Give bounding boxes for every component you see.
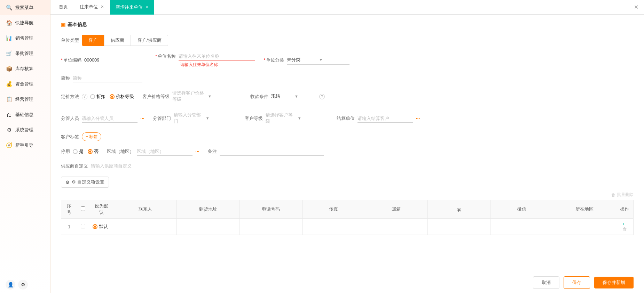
- sidebar-item-quicknav[interactable]: 🏠 快捷导航: [0, 15, 50, 31]
- sidebar-item-operations[interactable]: 📋 经营管理: [0, 92, 50, 107]
- add-tag-btn[interactable]: + 标签: [82, 132, 101, 141]
- batch-delete-btn[interactable]: 🗑 批量删除: [61, 192, 634, 198]
- supervisor-dept-label: 分管部门: [153, 115, 171, 122]
- unit-category-select[interactable]: 未分类 ▼: [287, 55, 350, 65]
- row-select-checkbox[interactable]: [81, 224, 85, 228]
- unit-type-both[interactable]: 客户/供应商: [131, 35, 168, 46]
- gear-icon: ⚙: [65, 180, 70, 185]
- sidebar-item-basic[interactable]: 🗂 基础信息: [0, 107, 50, 122]
- row-region[interactable]: [553, 219, 616, 235]
- disabled-yes-radio[interactable]: [73, 149, 78, 154]
- qq-input[interactable]: [431, 224, 487, 229]
- dept-chevron: ▼: [206, 116, 236, 120]
- supplier-custom-field: 供应商自定义: [61, 162, 160, 170]
- sales-icon: 📊: [6, 35, 13, 42]
- fax-input[interactable]: [306, 224, 361, 229]
- close-all-tabs[interactable]: ✕: [631, 4, 641, 10]
- pricing-method-label: 定价方法: [61, 93, 79, 100]
- cancel-button[interactable]: 取消: [533, 276, 559, 289]
- pricing-level[interactable]: 价格等级: [110, 93, 134, 100]
- unit-code-input[interactable]: [84, 56, 147, 64]
- row-wechat[interactable]: [490, 219, 553, 235]
- payment-help-icon[interactable]: ?: [319, 94, 325, 99]
- pricing-discount[interactable]: 折扣: [90, 93, 105, 100]
- row-seq: 1: [61, 219, 77, 235]
- wechat-input[interactable]: [494, 224, 549, 229]
- delete-row-btn[interactable]: 🗑: [622, 227, 627, 232]
- save-button[interactable]: 保存: [564, 276, 590, 289]
- disabled-no[interactable]: 否: [88, 148, 99, 155]
- basic-icon: 🗂: [6, 111, 13, 118]
- customer-level-select[interactable]: 请选择客户等级 ▼: [266, 111, 328, 126]
- close-add-partner-tab[interactable]: ✕: [146, 5, 149, 9]
- unit-category-field: *单位分类 未分类 ▼: [264, 55, 350, 65]
- tab-partner-list[interactable]: 往来单位 ✕: [74, 0, 109, 15]
- col-wechat: 微信: [490, 200, 553, 219]
- col-action: 操作: [616, 200, 633, 219]
- remark-input[interactable]: [220, 147, 324, 156]
- region-input[interactable]: [137, 147, 193, 156]
- contact-input[interactable]: [118, 224, 173, 229]
- supervisor-dept-select[interactable]: 请输入分管部门 ▼: [174, 111, 236, 126]
- row-address[interactable]: [177, 219, 239, 235]
- table-row: 1 默认: [61, 219, 634, 235]
- pricing-discount-radio[interactable]: [90, 94, 95, 99]
- col-email: 邮箱: [365, 200, 427, 219]
- row-email[interactable]: [365, 219, 427, 235]
- row-fax[interactable]: [302, 219, 365, 235]
- sidebar-item-finance[interactable]: 💰 资金管理: [0, 76, 50, 92]
- supervisor-more-btn[interactable]: ···: [140, 116, 144, 121]
- payment-terms-select[interactable]: 现结 ▼: [271, 92, 316, 101]
- sidebar: 🔍 搜索菜单 🏠 快捷导航 📊 销售管理 🛒 采购管理 📦 库存核算 💰 资金管…: [0, 0, 50, 293]
- sidebar-item-search[interactable]: 🔍 搜索菜单: [0, 0, 50, 15]
- unit-type-customer[interactable]: 客户: [82, 35, 104, 46]
- unit-type-supplier[interactable]: 供应商: [104, 35, 131, 46]
- short-name-input[interactable]: [73, 74, 142, 82]
- category-chevron-icon: ▼: [319, 58, 350, 62]
- disabled-no-radio[interactable]: [88, 149, 93, 154]
- sidebar-item-purchase[interactable]: 🛒 采购管理: [0, 46, 50, 61]
- row-phone[interactable]: [239, 219, 302, 235]
- col-seq: 序号: [61, 200, 77, 219]
- section-title: ▣ 基本信息: [61, 22, 634, 28]
- row-qq[interactable]: [427, 219, 490, 235]
- supervisor-input[interactable]: [82, 114, 138, 123]
- sidebar-item-system[interactable]: ⚙ 系统管理: [0, 122, 50, 138]
- row-default-radio[interactable]: 默认: [93, 223, 110, 230]
- close-partner-list-tab[interactable]: ✕: [101, 5, 104, 9]
- unit-name-input[interactable]: [179, 52, 255, 60]
- disabled-yes[interactable]: 是: [73, 148, 84, 155]
- settlement-input[interactable]: [358, 114, 413, 123]
- phone-input[interactable]: [243, 224, 298, 229]
- form-area: ▣ 基本信息 单位类型 客户 供应商 客户/供应商 *单位编码: [50, 15, 644, 272]
- settings-icon[interactable]: ⚙: [18, 280, 28, 290]
- row-region-input[interactable]: [557, 224, 612, 229]
- settlement-field: 结算单位 ···: [337, 114, 420, 123]
- sidebar-item-inventory[interactable]: 📦 库存核算: [0, 61, 50, 76]
- settlement-more-btn[interactable]: ···: [416, 116, 420, 121]
- email-input[interactable]: [369, 224, 424, 229]
- quick-nav-icon: 🏠: [6, 19, 13, 26]
- settlement-label: 结算单位: [337, 115, 355, 122]
- region-more-btn[interactable]: ···: [195, 149, 199, 154]
- disabled-field: 停用 是 否: [61, 148, 99, 155]
- add-row-btn[interactable]: +: [622, 221, 625, 227]
- select-all-checkbox[interactable]: [81, 206, 85, 211]
- customer-price-level-select[interactable]: 请选择客户价格等级 ▼: [172, 89, 242, 104]
- payment-terms-label: 收款条件: [250, 93, 268, 100]
- sidebar-item-sales[interactable]: 📊 销售管理: [0, 31, 50, 46]
- remark-label: 备注: [208, 148, 217, 155]
- row-contact[interactable]: [114, 219, 177, 235]
- pricing-level-radio[interactable]: [110, 94, 115, 99]
- short-name-field: 简称: [61, 74, 142, 82]
- supplier-custom-input[interactable]: [91, 162, 160, 170]
- custom-settings-btn[interactable]: ⚙ ⚙ 自定义项设置: [61, 177, 109, 188]
- tab-add-partner[interactable]: 新增往来单位 ✕: [110, 0, 154, 15]
- tab-home[interactable]: 首页: [53, 0, 73, 15]
- address-input[interactable]: [180, 224, 236, 229]
- save-new-button[interactable]: 保存并新增: [594, 277, 634, 288]
- operations-icon: 📋: [6, 96, 13, 103]
- pricing-help-icon[interactable]: ?: [82, 94, 87, 99]
- col-phone: 电话号码: [239, 200, 302, 219]
- sidebar-item-guide[interactable]: 🧭 新手引导: [0, 138, 50, 153]
